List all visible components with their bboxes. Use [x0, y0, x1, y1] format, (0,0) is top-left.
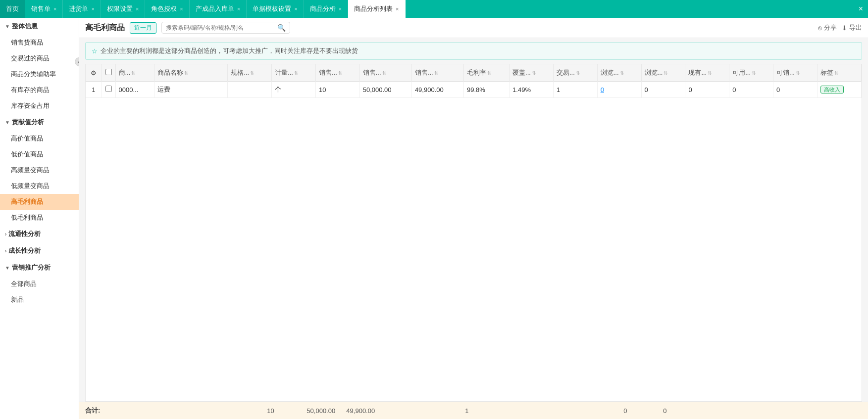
- col-gross-margin[interactable]: 毛利率⇅: [464, 64, 510, 82]
- col-browse2[interactable]: 浏览...⇅: [641, 64, 685, 82]
- analysis-label: 商品分析: [310, 4, 336, 13]
- arrow-icon: ▼: [5, 120, 10, 125]
- section-overall-label: 整体信息: [12, 22, 38, 31]
- col-spec[interactable]: 规格...⇅: [228, 64, 272, 82]
- close-icon[interactable]: ×: [53, 6, 56, 12]
- row-tag: 高收入: [817, 82, 861, 98]
- nav-tab-home[interactable]: 首页: [0, 0, 25, 18]
- footer-empty4: [160, 407, 209, 415]
- sidebar-item-sales-goods[interactable]: 销售货商品: [0, 35, 79, 50]
- sidebar-item-new-goods[interactable]: 新品: [0, 292, 79, 308]
- row-unit: 个: [272, 82, 316, 98]
- time-filter-button[interactable]: 近一月: [130, 22, 156, 34]
- sidebar-section-flow[interactable]: › 流通性分析: [0, 226, 79, 242]
- sort-icon: ⇅: [708, 70, 712, 76]
- close-icon[interactable]: ×: [180, 6, 183, 12]
- footer-bar: 合计: 10 50,000.00 49,900.00: [79, 402, 868, 419]
- col-sales-qty[interactable]: 销售...⇅: [315, 64, 359, 82]
- sidebar-item-assist-rate[interactable]: 商品分类辅助率: [0, 66, 79, 82]
- col-sales-cost[interactable]: 销售...⇅: [411, 64, 463, 82]
- sidebar-section-overall[interactable]: ▼ 整体信息: [0, 18, 79, 35]
- sidebar-section-growth[interactable]: › 成长性分析: [0, 242, 79, 259]
- nav-tab-permission[interactable]: 权限设置 ×: [101, 0, 145, 18]
- col-current-label: 现有...: [688, 69, 707, 76]
- row-checkbox[interactable]: [105, 86, 112, 92]
- sidebar-item-low-value[interactable]: 低价值商品: [0, 146, 79, 162]
- footer-empty5: [209, 407, 237, 415]
- close-icon[interactable]: ×: [136, 6, 139, 12]
- col-coverage[interactable]: 覆盖...⇅: [510, 64, 554, 82]
- sidebar-section-wealth[interactable]: ▼ 贡献值分析: [0, 114, 79, 131]
- item-label: 新品: [11, 296, 24, 303]
- item-label: 高价值商品: [11, 135, 43, 142]
- export-label: 导出: [849, 23, 862, 32]
- sidebar-section-marketing[interactable]: ▼ 营销推广分析: [0, 259, 79, 276]
- nav-tab-template[interactable]: 单据模板设置 ×: [247, 0, 304, 18]
- close-icon[interactable]: ×: [294, 6, 297, 12]
- sidebar-item-traded-goods[interactable]: 交易过的商品: [0, 50, 79, 66]
- window-close-button[interactable]: ×: [854, 0, 868, 18]
- sidebar-item-inventory-goods[interactable]: 有库存的商品: [0, 82, 79, 98]
- page-title: 高毛利商品: [85, 23, 125, 33]
- nav-tab-role[interactable]: 角色授权 ×: [145, 0, 189, 18]
- col-available-label: 可用...: [732, 69, 751, 76]
- sidebar-item-low-profit[interactable]: 低毛利商品: [0, 210, 79, 226]
- analysis-list-label: 商品分析列表: [354, 4, 393, 13]
- sidebar-item-inventory-fund[interactable]: 库存资金占用: [0, 98, 79, 114]
- col-tag[interactable]: 标签⇅: [817, 64, 861, 82]
- arrow-icon: ›: [5, 248, 6, 254]
- tip-icon: ☆: [92, 47, 98, 55]
- row-browse1[interactable]: 0: [597, 82, 641, 98]
- share-button[interactable]: ⎋ 分享: [818, 23, 837, 32]
- share-label: 分享: [824, 23, 837, 32]
- section-growth-label: 成长性分析: [8, 246, 41, 255]
- sidebar-item-all-goods[interactable]: 全部商品: [0, 276, 79, 292]
- nav-tab-analysis[interactable]: 商品分析 ×: [304, 0, 348, 18]
- nav-tab-analysis-list[interactable]: 商品分析列表 ×: [348, 0, 405, 18]
- col-name[interactable]: 商品名称⇅: [154, 64, 227, 82]
- select-all-checkbox[interactable]: [105, 69, 112, 75]
- col-unit-label: 计量...: [275, 69, 293, 76]
- top-nav: 首页 销售单 × 进货单 × 权限设置 × 角色授权 × 产成品入库单 × 单据…: [0, 0, 868, 18]
- col-sales-amount[interactable]: 销售...⇅: [359, 64, 411, 82]
- col-code[interactable]: 商...⇅: [115, 64, 154, 82]
- row-checkbox-cell[interactable]: [102, 82, 115, 98]
- export-button[interactable]: ⬇ 导出: [842, 23, 862, 32]
- col-settings[interactable]: ⚙: [86, 64, 102, 82]
- close-icon[interactable]: ×: [91, 6, 94, 12]
- content-header: 高毛利商品 近一月 🔍 ⎋ 分享 ⬇ 导出: [79, 18, 868, 38]
- close-icon[interactable]: ×: [237, 6, 240, 12]
- item-label: 商品分类辅助率: [11, 70, 56, 78]
- sort-icon: ⇅: [487, 70, 491, 76]
- sidebar-collapse-button[interactable]: «: [75, 57, 79, 66]
- col-trade[interactable]: 交易...⇅: [553, 64, 597, 82]
- sidebar-item-high-profit[interactable]: 高毛利商品: [0, 194, 79, 210]
- table-row: 1 0000... 运费: [86, 82, 862, 98]
- row-gross-margin: 99.8%: [464, 82, 510, 98]
- sidebar-item-low-freq[interactable]: 低频量变商品: [0, 178, 79, 194]
- table-header-row: ⚙ 商...⇅ 商品名称⇅ 规格...⇅ 计量...⇅ 销售...⇅ 销售...…: [86, 64, 862, 82]
- col-current[interactable]: 现有...⇅: [685, 64, 729, 82]
- sidebar-item-high-value[interactable]: 高价值商品: [0, 131, 79, 146]
- nav-tab-sales[interactable]: 销售单 ×: [25, 0, 63, 18]
- data-table: ⚙ 商...⇅ 商品名称⇅ 规格...⇅ 计量...⇅ 销售...⇅ 销售...…: [86, 64, 862, 98]
- row-trade: 1: [553, 82, 597, 98]
- nav-tab-finished[interactable]: 产成品入库单 ×: [190, 0, 247, 18]
- share-icon: ⎋: [818, 24, 822, 32]
- col-browse1[interactable]: 浏览...⇅: [597, 64, 641, 82]
- col-checkbox[interactable]: [102, 64, 115, 82]
- search-input[interactable]: [166, 24, 277, 31]
- nav-tab-purchase[interactable]: 进货单 ×: [63, 0, 101, 18]
- footer-available: 0: [620, 407, 660, 415]
- search-icon[interactable]: 🔍: [277, 24, 286, 32]
- close-icon[interactable]: ×: [396, 6, 399, 12]
- item-label: 低毛利商品: [11, 214, 43, 221]
- col-sellable[interactable]: 可销...⇅: [773, 64, 817, 82]
- item-label: 高毛利商品: [11, 198, 43, 205]
- col-unit[interactable]: 计量...⇅: [272, 64, 316, 82]
- close-icon[interactable]: ×: [339, 6, 342, 12]
- col-available[interactable]: 可用...⇅: [729, 64, 773, 82]
- footer-empty2: [119, 407, 133, 415]
- item-label: 低价值商品: [11, 150, 43, 158]
- sidebar-item-high-freq[interactable]: 高频量变商品: [0, 162, 79, 178]
